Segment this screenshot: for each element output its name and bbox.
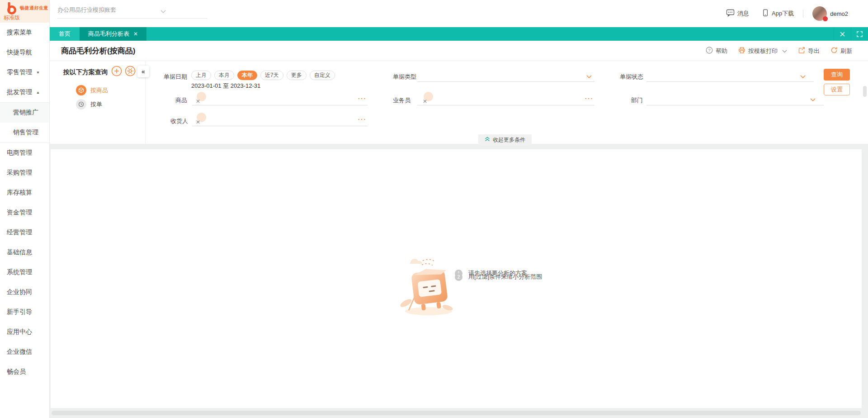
sidebar-item-base-info[interactable]: 基础信息 (0, 242, 49, 262)
scheme-by-order[interactable]: 按单 (76, 99, 102, 109)
step-text: 用[过滤]条件来缩小分析范围 (468, 273, 542, 281)
sidebar-item-funds[interactable]: 资金管理 (0, 203, 49, 223)
tab-label: 首页 (59, 30, 71, 38)
sidebar-item-purchase[interactable]: 采购管理 (0, 163, 49, 183)
chevron-down-icon[interactable] (800, 72, 806, 81)
app-download-button[interactable]: App下载 (762, 9, 794, 18)
sidebar-item-label: 销售管理 (13, 128, 38, 137)
product-label: 商品 (175, 96, 187, 104)
chevron-down-icon (160, 8, 166, 15)
sidebar-item-label: 畅会员 (7, 368, 26, 376)
vertical-scrollbar-thumb[interactable] (863, 86, 867, 97)
user-avatar[interactable] (812, 6, 827, 21)
tab-home[interactable]: 首页 (50, 27, 80, 41)
salesman-input[interactable] (417, 94, 594, 105)
doc-type-select[interactable] (417, 71, 594, 82)
doc-status-label: 单据状态 (620, 73, 643, 81)
close-all-tabs-button[interactable] (834, 27, 851, 41)
sidebar-item-label: 快捷导航 (7, 48, 32, 57)
messages-button[interactable]: 消息 (726, 9, 749, 18)
sidebar-item-label: 企业协同 (7, 288, 32, 296)
sidebar-item-retail[interactable]: 零售管理▼ (0, 62, 49, 82)
sidebar-item-member[interactable]: 畅会员 (0, 362, 49, 382)
date-range-value[interactable]: 2023-01-01 至 2023-12-31 (191, 82, 260, 90)
tab-gross-profit-analysis[interactable]: 商品毛利分析表 ✕ (80, 27, 146, 41)
sidebar-item-collaboration[interactable]: 企业协同 (0, 282, 49, 302)
date-option-pill[interactable]: 自定义 (310, 71, 335, 80)
refresh-button[interactable]: 刷新 (830, 47, 852, 55)
phone-icon (762, 9, 769, 18)
sidebar-item-label: 企业微信 (7, 348, 32, 356)
salesman-picker-ellipsis-button[interactable]: ··· (585, 95, 594, 102)
query-panel-title: 按以下方案查询 (63, 68, 108, 76)
export-button[interactable]: 导出 (798, 47, 820, 55)
empty-state-illustration (393, 252, 466, 320)
sidebar-item-label: 搜索菜单 (7, 28, 32, 37)
sidebar-item-system[interactable]: 系统管理 (0, 262, 49, 282)
app-download-label: App下载 (772, 10, 794, 18)
sidebar-item-inventory[interactable]: 库存核算 (0, 183, 49, 203)
date-option-pill[interactable]: 上月 (191, 71, 211, 80)
doc-status-select[interactable] (646, 71, 814, 82)
tabbar-controls (834, 27, 868, 41)
date-option-pill[interactable]: 近7天 (260, 71, 283, 80)
clock-icon (76, 99, 86, 109)
sidebar-item-wecom[interactable]: 企业微信 (0, 342, 49, 362)
sidebar-item-ecommerce[interactable]: 电商管理 (0, 143, 49, 163)
receiver-picker-ellipsis-button[interactable]: ··· (358, 116, 367, 123)
collapse-more-conditions-button[interactable]: 收起更多条件 (478, 134, 532, 145)
refresh-icon (830, 47, 838, 55)
horizontal-scrollbar[interactable] (52, 411, 861, 415)
brand-name: 畅捷通好生意 (20, 5, 48, 11)
sidebar-item-beginner-guide[interactable]: 新手引导 (0, 302, 49, 322)
help-button[interactable]: ? 帮助 (706, 47, 727, 55)
sidebar-item-label: 应用中心 (7, 328, 32, 336)
department-select[interactable] (646, 94, 824, 105)
settings-button[interactable]: 设置 (824, 84, 850, 95)
sidebar-item-label: 系统管理 (7, 268, 32, 276)
sidebar-item-label: 新手引导 (7, 308, 32, 316)
sidebar-item-search-menu[interactable]: 搜索菜单 (0, 23, 49, 43)
sidebar-item-quick-nav[interactable]: 快捷导航 (0, 43, 49, 62)
cube-icon (76, 85, 86, 95)
add-scheme-button[interactable] (111, 66, 122, 76)
tab-close-icon[interactable]: ✕ (133, 31, 138, 37)
collapse-panel-button[interactable]: « (137, 66, 149, 77)
chevron-down-icon[interactable] (586, 72, 592, 81)
sidebar-item-sales-mgmt[interactable]: 销售管理 (0, 123, 49, 142)
sidebar-item-wholesale[interactable]: 批发管理▲ (0, 82, 49, 102)
refresh-label: 刷新 (840, 47, 852, 55)
export-label: 导出 (808, 47, 820, 55)
page-toolbar: ? 帮助 按模板打印 (706, 41, 852, 61)
sidebar-item-label: 采购管理 (7, 169, 32, 177)
topbar-right: 消息 App下载 demo2 (726, 0, 868, 27)
chevron-down-icon[interactable] (810, 95, 816, 104)
sidebar-item-operations[interactable]: 经营管理 (0, 223, 49, 242)
product-input[interactable] (192, 94, 368, 105)
logo-block: 畅捷通好生意 标准版 (0, 0, 49, 23)
messages-label: 消息 (737, 10, 749, 18)
scheme-by-product[interactable]: 按商品 (76, 85, 108, 95)
double-chevron-up-icon (485, 137, 490, 143)
date-option-pill[interactable]: 更多 (287, 71, 307, 80)
scheme-label: 按商品 (90, 86, 108, 95)
chevron-down-icon[interactable] (782, 48, 787, 54)
step-connector (458, 272, 459, 277)
account-select[interactable]: 办公用品行业模拟账套 (57, 6, 208, 19)
username[interactable]: demo2 (830, 10, 848, 17)
sidebar-item-marketing[interactable]: 营销推广 (0, 103, 49, 123)
print-by-template-button[interactable]: 按模板打印 (738, 47, 787, 55)
date-option-pill[interactable]: 本月 (214, 71, 234, 80)
query-button[interactable]: 查询 (824, 69, 850, 81)
page-title: 商品毛利分析(按商品) (61, 46, 135, 56)
date-option-pill-selected[interactable]: 本年 (237, 71, 257, 80)
sidebar-item-app-center[interactable]: 应用中心 (0, 322, 49, 342)
scheme-settings-gear-icon[interactable] (125, 66, 136, 76)
edition-label: 标准版 (4, 14, 20, 22)
sidebar: 畅捷通好生意 标准版 搜索菜单 快捷导航 零售管理▼ 批发管理▲ 营销推广 销售… (0, 0, 50, 418)
sidebar-nav: 搜索菜单 快捷导航 零售管理▼ 批发管理▲ 营销推广 销售管理 电商管理 采购管… (0, 23, 49, 382)
receiver-input[interactable] (192, 114, 368, 126)
fullscreen-icon[interactable] (851, 27, 868, 41)
product-picker-ellipsis-button[interactable]: ··· (358, 95, 367, 102)
doc-type-label: 单据类型 (393, 73, 416, 81)
